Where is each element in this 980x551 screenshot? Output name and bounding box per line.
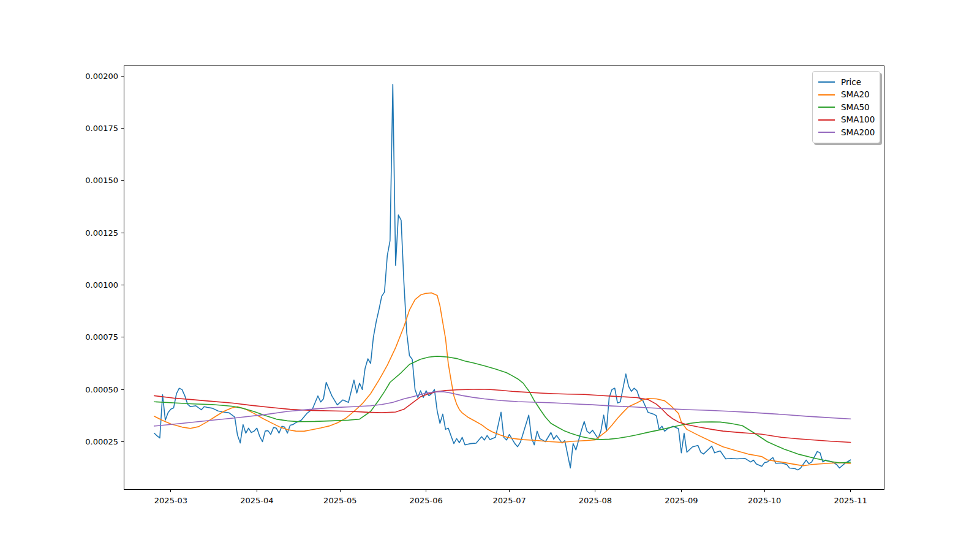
x-tick-label: 2025-10 — [748, 496, 781, 505]
plot-frame — [124, 66, 884, 489]
x-tick-label: 2025-08 — [579, 496, 612, 505]
legend-item-price: Price — [818, 76, 874, 89]
y-tick-label: 0.00075 — [85, 332, 118, 342]
y-tick-label: 0.00025 — [85, 437, 118, 446]
legend-label: SMA50 — [841, 103, 870, 112]
series-line-sma20 — [154, 293, 851, 465]
y-tick-label: 0.00150 — [85, 176, 118, 185]
y-tick-label: 0.00100 — [85, 280, 118, 290]
legend-item-sma50: SMA50 — [818, 101, 874, 114]
legend-line-sample — [818, 107, 835, 108]
x-tick-label: 2025-11 — [834, 496, 867, 505]
legend-item-sma200: SMA200 — [818, 126, 874, 139]
legend-line-sample — [818, 94, 835, 96]
y-tick-label: 0.00125 — [85, 228, 118, 238]
y-tick-label: 0.00050 — [85, 385, 118, 394]
legend-label: Price — [841, 78, 861, 87]
y-tick-label: 0.00200 — [85, 72, 118, 81]
x-tick-label: 2025-07 — [492, 496, 526, 505]
x-tick-label: 2025-09 — [665, 496, 698, 505]
series-line-sma50 — [154, 356, 851, 463]
x-tick-label: 2025-03 — [154, 496, 187, 505]
legend-item-sma20: SMA20 — [818, 89, 874, 102]
legend-label: SMA20 — [841, 91, 870, 99]
x-tick-label: 2025-04 — [240, 496, 273, 505]
legend-item-sma100: SMA100 — [818, 114, 874, 127]
x-tick-label: 2025-06 — [410, 496, 443, 505]
y-tick-label: 0.00175 — [85, 124, 118, 133]
x-tick-label: 2025-05 — [323, 496, 356, 505]
legend-line-sample — [818, 119, 835, 121]
price-sma-chart-figure: 0.000250.000500.000750.001000.001250.001… — [0, 0, 980, 551]
legend-line-sample — [818, 81, 835, 83]
legend-label: SMA200 — [841, 129, 875, 137]
legend-line-sample — [818, 132, 835, 133]
legend-label: SMA100 — [841, 116, 875, 124]
legend: PriceSMA20SMA50SMA100SMA200 — [812, 71, 880, 143]
